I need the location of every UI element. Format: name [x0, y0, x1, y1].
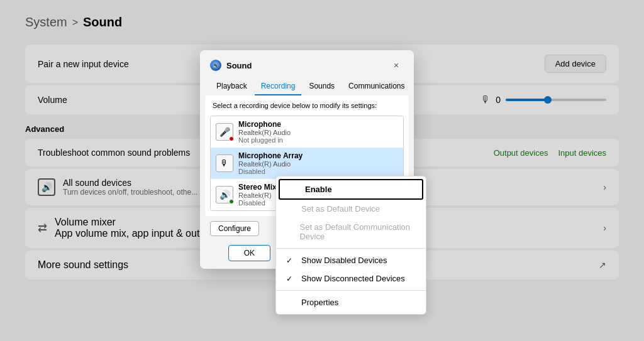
- sound-dialog: 🔊 Sound × Playback Recording Sounds Comm…: [200, 50, 414, 269]
- stereo-mix-info: Stereo Mix Realtek(R) Disabled: [238, 183, 277, 207]
- dialog-titlebar: 🔊 Sound ×: [200, 50, 414, 78]
- microphone-driver: Realtek(R) Audio: [238, 129, 291, 136]
- microphone-device-icon: 🎤: [216, 123, 233, 141]
- tab-communications[interactable]: Communications: [342, 78, 411, 95]
- show-disabled-label: Show Disabled Devices: [301, 256, 387, 265]
- show-disconnected-check: ✓: [286, 274, 296, 283]
- dialog-title-left: 🔊 Sound: [210, 60, 252, 71]
- show-disabled-check: ✓: [286, 256, 296, 265]
- microphone-device-info: Microphone Realtek(R) Audio Not plugged …: [238, 120, 291, 144]
- dialog-sound-icon: 🔊: [210, 60, 221, 71]
- dialog-close-button[interactable]: ×: [389, 58, 404, 73]
- context-menu-separator-2: [276, 290, 426, 291]
- context-menu-properties[interactable]: Properties: [276, 293, 426, 311]
- microphone-name: Microphone: [238, 120, 291, 129]
- microphone-array-info: Microphone Array Realtek(R) Audio Disabl…: [238, 151, 303, 175]
- context-menu-set-default-comm: Set as Default Communication Device: [276, 218, 426, 246]
- context-menu-enable[interactable]: Enable: [279, 179, 423, 200]
- enable-label: Enable: [305, 185, 332, 194]
- dialog-tabs: Playback Recording Sounds Communications: [200, 78, 414, 95]
- microphone-array-driver: Realtek(R) Audio: [238, 160, 303, 168]
- stereo-mix-device-icon: 🔊: [216, 186, 233, 203]
- dialog-title-text: Sound: [226, 61, 252, 70]
- context-menu-set-default: Set as Default Device: [276, 200, 426, 218]
- ok-button[interactable]: OK: [228, 245, 270, 261]
- stereo-mix-status: Disabled: [238, 199, 277, 207]
- dialog-subtitle: Select a recording device below to modif…: [210, 100, 404, 111]
- stereo-mix-name: Stereo Mix: [238, 183, 277, 192]
- set-default-comm-label: Set as Default Communication Device: [299, 222, 416, 241]
- tab-sounds[interactable]: Sounds: [303, 78, 341, 95]
- red-dot-icon: [229, 136, 234, 141]
- microphone-array-device-icon: 🎙: [216, 154, 233, 172]
- show-disconnected-label: Show Disconnected Devices: [301, 274, 405, 283]
- stereo-mix-driver: Realtek(R): [238, 192, 277, 199]
- green-dot-icon: [229, 199, 234, 204]
- microphone-status: Not plugged in: [238, 136, 291, 144]
- microphone-array-status: Disabled: [238, 168, 303, 175]
- set-default-label: Set as Default Device: [301, 204, 380, 214]
- configure-button[interactable]: Configure: [210, 221, 259, 236]
- microphone-array-name: Microphone Array: [238, 151, 303, 160]
- context-menu-show-disabled[interactable]: ✓ Show Disabled Devices: [276, 251, 426, 269]
- context-menu-show-disconnected[interactable]: ✓ Show Disconnected Devices: [276, 269, 426, 288]
- context-menu: Enable Set as Default Device Set as Defa…: [275, 176, 426, 315]
- context-menu-separator-1: [276, 248, 426, 249]
- tab-playback[interactable]: Playback: [210, 78, 253, 95]
- tab-recording[interactable]: Recording: [255, 78, 302, 95]
- dialog-overlay: Microphone plugged 🔊 Sound × Playback Re…: [0, 0, 644, 341]
- device-item-microphone-array[interactable]: 🎙 Microphone Array Realtek(R) Audio Disa…: [211, 148, 403, 179]
- properties-label: Properties: [301, 298, 338, 307]
- device-item-microphone[interactable]: 🎤 Microphone Realtek(R) Audio Not plugge…: [211, 116, 403, 148]
